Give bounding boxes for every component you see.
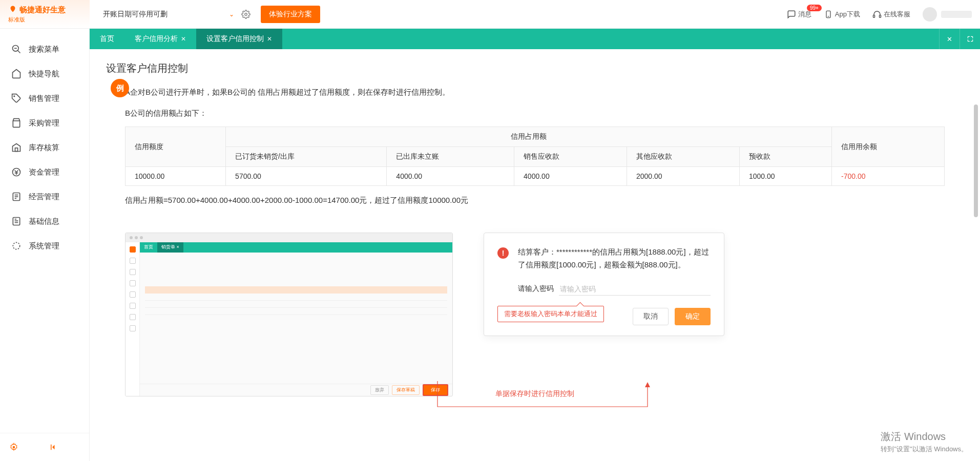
settings-icon[interactable] [241,10,251,19]
close-all-button[interactable]: ✕ [939,29,960,49]
th-c3: 销售应收款 [514,147,627,167]
page-title: 设置客户信用控制 [106,61,966,75]
close-icon[interactable]: ✕ [181,35,186,43]
sidebar: 搜索菜单 快捷导航 销售管理 采购管理 库存核算 资金管理 [0,29,90,461]
activation-title: 激活 Windows [881,430,968,444]
example-p1: A企对B公司进行开单时，如果B公司的 信用占用额超过了信用额度，则在保存时进行信… [125,85,945,100]
sidebar-item-label: 系统管理 [29,241,59,251]
shot-tab-active: 销货单 × [157,242,183,253]
sidebar-item-funds[interactable]: 资金管理 [0,160,89,184]
tab-credit-analysis[interactable]: 客户信用分析✕ [124,29,196,49]
chat-icon [787,10,796,19]
th-c2: 已出库未立账 [387,147,514,167]
cell-c3: 4000.00 [514,167,627,186]
phone-icon [824,10,833,19]
sidebar-item-basic[interactable]: 基础信息 [0,209,89,234]
warehouse-icon [11,142,22,153]
cancel-button[interactable]: 取消 [633,308,669,325]
cell-limit: 10000.00 [126,167,226,186]
sidebar-item-label: 销售管理 [29,94,59,103]
topbar: 畅捷通好生意 标准版 开账日期可停用可删 ⌄ 体验行业方案 消息 99+ App… [0,0,980,29]
account-dropdown[interactable]: 开账日期可停用可删 ⌄ [103,10,234,19]
cell-c5: 1000.00 [739,167,831,186]
ok-button[interactable]: 确定 [675,308,711,325]
svg-rect-3 [873,15,875,17]
sidebar-item-purchase[interactable]: 采购管理 [0,111,89,135]
info-icon [11,216,22,226]
content: 设置客户信用控制 例 A企对B公司进行开单时，如果B公司的 信用占用额超过了信用… [90,49,980,461]
user-name-placeholder [941,11,972,18]
shot-discard: 放弃 [370,385,389,395]
fullscreen-button[interactable] [960,29,980,49]
svg-point-9 [14,96,15,97]
sidebar-item-inventory[interactable]: 库存核算 [0,135,89,160]
tag-icon [11,93,22,103]
home-icon [11,69,22,79]
svg-point-20 [13,242,19,249]
money-icon [11,167,22,177]
messages-link[interactable]: 消息 99+ [787,10,811,19]
svg-rect-1 [826,11,830,17]
svg-rect-4 [880,15,881,17]
cell-c2: 4000.00 [387,167,514,186]
sidebar-item-label: 库存核算 [29,143,59,153]
shot-tab-home: 首页 [140,242,157,253]
warning-icon: ! [497,247,509,259]
password-label: 请输入密码 [518,284,554,294]
sidebar-item-quicknav[interactable]: 快捷导航 [0,61,89,86]
example-p2: B公司的信用额占如下： [125,106,945,121]
tab-credit-control[interactable]: 设置客户信用控制✕ [196,29,282,49]
scrollbar[interactable] [974,100,978,456]
footer-gear-icon[interactable] [9,443,18,452]
sidebar-item-label: 基础信息 [29,217,59,226]
table-row: 10000.00 5700.00 4000.00 4000.00 2000.00… [126,167,945,186]
th-c4: 其他应收款 [627,147,740,167]
search-icon [11,44,22,54]
example-badge: 例 [111,79,129,97]
th-c5: 预收款 [739,147,831,167]
sidebar-item-business[interactable]: 经营管理 [0,184,89,209]
shot-save: 保存 [423,384,448,396]
cell-c4: 2000.00 [627,167,740,186]
tab-label: 首页 [100,34,114,44]
flow-caption: 单据保存时进行信用控制 [495,389,574,399]
th-balance: 信用用余额 [832,127,945,167]
support-link[interactable]: 在线客服 [872,10,910,19]
bag-icon [11,118,22,128]
svg-line-6 [18,51,20,53]
sidebar-item-system[interactable]: 系统管理 [0,234,89,258]
brand-logo-icon [8,5,17,14]
chevron-down-icon: ⌄ [229,11,234,18]
app-download-link[interactable]: App下载 [824,10,860,19]
sidebar-item-label: 资金管理 [29,167,59,177]
credit-warning-dialog: ! 结算客户：************的信用占用额为[1888.00元]，超过了… [484,233,724,336]
sidebar-item-label: 搜索菜单 [29,45,59,54]
sidebar-item-label: 快捷导航 [29,69,59,79]
cell-c1: 5700.00 [226,167,387,186]
industry-plan-button[interactable]: 体验行业方案 [261,6,320,23]
svg-rect-22 [51,445,52,450]
avatar[interactable] [923,7,937,22]
password-input[interactable] [559,283,711,296]
messages-badge: 99+ [807,5,822,11]
brand: 畅捷通好生意 标准版 [0,0,90,28]
brand-name: 畅捷通好生意 [19,5,66,15]
sidebar-footer [0,433,89,461]
svg-rect-10 [15,148,18,152]
tab-home[interactable]: 首页 [90,29,124,49]
sidebar-item-search[interactable]: 搜索菜单 [0,37,89,61]
help-document: 例 A企对B公司进行开单时，如果B公司的 信用占用额超过了信用额度，则在保存时进… [104,85,966,417]
th-c1: 已订货未销货/出库 [226,147,387,167]
sidebar-item-label: 采购管理 [29,118,59,128]
dialog-message: 结算客户：************的信用占用额为[1888.00元]，超过了信用… [518,245,711,271]
close-icon[interactable]: ✕ [267,35,272,43]
tab-label: 设置客户信用控制 [206,34,264,44]
sidebar-item-sales[interactable]: 销售管理 [0,86,89,111]
gear-icon [11,241,22,251]
brand-edition: 标准版 [8,16,25,24]
example-p3: 信用占用额=5700.00+4000.00+4000.00+2000.00-10… [125,193,945,208]
activation-subtitle: 转到"设置"以激活 Windows。 [881,445,968,454]
collapse-icon[interactable] [49,443,58,452]
cell-balance: -700.00 [832,167,945,186]
th-occupy: 信用占用额 [226,127,832,147]
